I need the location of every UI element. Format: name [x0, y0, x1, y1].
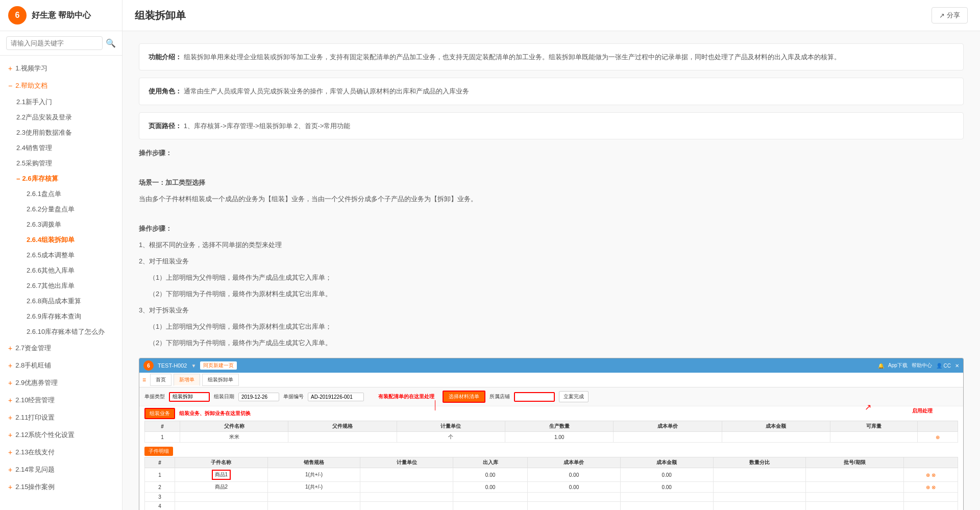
page-title: 组装拆卸单	[135, 9, 186, 22]
select-bom-btn[interactable]: 选择材料清单	[443, 391, 485, 403]
step1-text: 1、根据不同的业务，选择不同单据的类型来处理	[139, 238, 964, 252]
app-toolbar-right: 🔔 App下载 帮助中心 👤 CC ✕	[878, 362, 959, 369]
app-icon-user: 👤 CC	[936, 363, 951, 369]
col-stock: 可库量	[830, 421, 918, 432]
col-cost-price: 成本单价	[614, 421, 722, 432]
sidebar-item-docs[interactable]: − 2.帮助文档	[0, 77, 122, 94]
sidebar-item-install[interactable]: 2.2产品安装及登录	[0, 110, 122, 125]
row-ratio	[713, 482, 806, 493]
sidebar-item-stockcheck[interactable]: 2.6.9库存账本查询	[0, 309, 122, 324]
embedded-app: 6 TEST-H002 ▼ 同页新建一页 🔔 App下载 帮助中心 👤 CC ✕	[139, 358, 964, 510]
sidebar-item-label: 2.6.7其他出库单	[27, 281, 75, 290]
search-bar: 🔍	[0, 31, 122, 56]
sidebar-item-coupon[interactable]: + 2.9优惠券管理	[0, 374, 122, 392]
sidebar-item-operation[interactable]: + 2.10经营管理	[0, 392, 122, 409]
form-org-input[interactable]	[514, 392, 555, 402]
main-content: 组装拆卸单 ↗ 分享 功能介绍： 组装拆卸单用来处理企业组装或拆卸等加工业务，支…	[122, 0, 980, 510]
main-header: 组装拆卸单 ↗ 分享	[122, 0, 980, 31]
sidebar-item-stockerr[interactable]: 2.6.10库存账本错了怎么办	[0, 324, 122, 339]
sidebar-item-inventory[interactable]: − 2.6库存核算	[0, 171, 122, 186]
sidebar-item-label: 1.视频学习	[15, 64, 47, 73]
sidebar-item-faq[interactable]: + 2.14常见问题	[0, 461, 122, 478]
sidebar-item-otherin[interactable]: 2.6.6其他入库单	[0, 263, 122, 278]
sidebar-item-sysconfig[interactable]: + 2.12系统个性化设置	[0, 426, 122, 444]
share-button[interactable]: ↗ 分享	[932, 7, 968, 23]
step3-text: 3、对于拆装业务	[139, 304, 964, 317]
sidebar-item-print[interactable]: + 2.11打印设置	[0, 409, 122, 426]
upper-table: # 父件名称 父件规格 计量单位 生产数量 成本单价 成本金额 可库量	[144, 421, 958, 443]
step2-text: 2、对于组装业务	[139, 255, 964, 268]
minus-icon: −	[16, 175, 20, 183]
has-bom-annotation: 有装配清单的在这里处理	[378, 394, 434, 399]
col-num: #	[145, 421, 180, 432]
row-cost: 0.00	[453, 468, 528, 482]
sidebar-item-label: 2.6.9库存账本查询	[27, 312, 81, 321]
screenshot-wrapper: 6 TEST-H002 ▼ 同页新建一页 🔔 App下载 帮助中心 👤 CC ✕	[139, 358, 964, 510]
form-order-label: 单据编号	[283, 393, 304, 400]
search-button[interactable]: 🔍	[106, 38, 116, 48]
row-ratio	[713, 468, 806, 482]
app-tab-home[interactable]: 首页	[150, 374, 172, 386]
plus-icon: +	[8, 361, 12, 370]
sidebar-item-label: 2.1新手入门	[16, 98, 52, 107]
row-child-name: 商品1	[175, 468, 268, 482]
sidebar-item-label: 2.帮助文档	[15, 81, 47, 90]
sidebar-item-prepare[interactable]: 2.3使用前数据准备	[0, 125, 122, 140]
sidebar-item-new[interactable]: 2.1新手入门	[0, 94, 122, 110]
row-num: 2	[145, 482, 175, 493]
col-child-name: 子件名称	[175, 457, 268, 468]
sidebar-item-partialtake[interactable]: 2.6.2分量盘点单	[0, 202, 122, 217]
role-text: 通常由生产人员或库管人员完成拆装业务的操作，库管人员确认原材料的出库和产成品的入…	[184, 87, 469, 95]
sidebar-item-label: 2.9优惠券管理	[15, 378, 58, 387]
search-input[interactable]	[6, 36, 103, 50]
sidebar-item-mobile[interactable]: + 2.8手机旺铺	[0, 357, 122, 374]
sidebar-item-finance[interactable]: + 2.7资金管理	[0, 339, 122, 357]
sidebar-item-sales[interactable]: 2.4销售管理	[0, 140, 122, 156]
row-spec: 1(共+/-)	[267, 468, 360, 482]
row-stock	[830, 432, 918, 443]
app-titlebar: 6 TEST-H002 ▼ 同页新建一页 🔔 App下载 帮助中心 👤 CC ✕	[139, 358, 963, 373]
app-search-btn[interactable]: 立案完成	[559, 391, 589, 402]
sidebar-item-adjustment[interactable]: 2.6.3调拨单	[0, 217, 122, 232]
sidebar-item-label: 2.6.10库存账本错了怎么办	[27, 327, 105, 336]
has-bom-area: 有装配清单的在这里处理	[378, 393, 434, 400]
row-spec: 1(共+/-)	[267, 482, 360, 493]
app-form-row: 单据类型 组装日期 单据编号 有装配清单的在这里处理 选择材料清单 所属店铺 立…	[139, 387, 963, 406]
sidebar-item-video[interactable]: + 1.视频学习	[0, 60, 122, 77]
form-date-input[interactable]	[238, 393, 279, 401]
assembly-type-btn[interactable]: 组装业务	[144, 408, 175, 419]
plus-icon: +	[8, 483, 12, 491]
sidebar-item-costadj[interactable]: 2.6.5成本调整单	[0, 248, 122, 263]
sidebar-item-stocktake[interactable]: 2.6.1盘点单	[0, 186, 122, 202]
plus-icon: +	[8, 414, 12, 422]
lower-section-label: 子件明细	[144, 447, 173, 456]
sidebar-item-cases[interactable]: + 2.15操作案例	[0, 478, 122, 496]
col-qty: 生产数量	[505, 421, 614, 432]
app-tab-assembly[interactable]: 组装拆卸单	[202, 374, 239, 386]
col-inout: 出入库	[453, 457, 528, 468]
sidebar-item-onlinepay[interactable]: + 2.13在线支付	[0, 444, 122, 461]
row-action[interactable]: ⊕ ⊗	[903, 468, 958, 482]
row-action[interactable]: ⊕ ⊗	[903, 482, 958, 493]
row-action[interactable]: ⊕	[917, 432, 958, 443]
app-neworder-btn[interactable]: 同页新建一页	[200, 361, 237, 370]
form-order-input[interactable]	[308, 393, 364, 401]
sidebar-item-assembly[interactable]: 2.6.4组装拆卸单	[0, 232, 122, 248]
assembly-type-annotation: 组装业务、拆卸业务在这里切换	[179, 410, 251, 417]
lower-table: # 子件名称 销售规格 计量单位 出入库 成本单价 成本金额 数量分比 批号/期…	[144, 457, 958, 510]
sidebar-item-label: 2.14常见问题	[15, 465, 55, 474]
sidebar-item-purchase[interactable]: 2.5采购管理	[0, 156, 122, 171]
sidebar-item-label: 2.5采购管理	[16, 159, 52, 168]
upper-table-container: # 父件名称 父件规格 计量单位 生产数量 成本单价 成本金额 可库量	[139, 421, 963, 445]
sidebar-item-costcalc[interactable]: 2.6.8商品成本重算	[0, 294, 122, 309]
close-icon[interactable]: ✕	[955, 363, 959, 369]
sidebar-item-otherout[interactable]: 2.6.7其他出库单	[0, 278, 122, 294]
row-stock: 0.00	[620, 468, 713, 482]
row-amount: 0.00	[528, 482, 621, 493]
available-handle-arrow: ↗	[865, 402, 871, 412]
function-intro-block: 功能介绍： 组装拆卸单用来处理企业组装或拆卸等加工业务，支持有固定装配清单的产品…	[139, 43, 964, 70]
app-tab-new[interactable]: 新增单	[174, 374, 200, 386]
form-type-input[interactable]	[169, 392, 210, 402]
app-logo: 6	[143, 360, 154, 371]
sidebar-item-label: 2.6.6其他入库单	[27, 266, 75, 275]
